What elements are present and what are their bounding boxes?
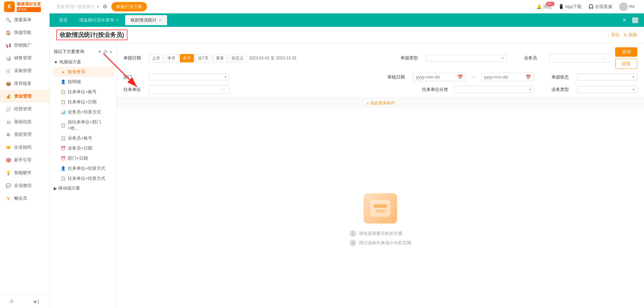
- quicknav-icon: 🏠: [5, 30, 11, 36]
- filter-row-counterpart: 往来单位 ··· 往来单位分类 ▾: [123, 85, 637, 94]
- gear-icon[interactable]: ⚙: [103, 4, 107, 9]
- date-btn-custom[interactable]: 自定义: [228, 54, 247, 62]
- scheme-item-unit-settle1[interactable]: 👤 往来单位+结算方式: [52, 163, 114, 173]
- mobile-group-arrow: ▶: [54, 186, 57, 191]
- tab-maximize-btn[interactable]: ⬜: [631, 16, 640, 25]
- sales-icon: 📊: [5, 55, 11, 61]
- tab-collection-close[interactable]: ✕: [159, 18, 162, 22]
- settings-icon-area[interactable]: ⚙: [103, 3, 107, 10]
- scheme-item-unit-dept[interactable]: 📋 按往来单位+部门+收...: [52, 117, 114, 133]
- scheme-item-salesperson-date[interactable]: ⏰ 业务员+日期: [52, 143, 114, 153]
- sidebar-item-purchase[interactable]: 🛒 采购管理: [0, 64, 49, 77]
- tab-home-label: 首页: [59, 17, 68, 23]
- online-service-action[interactable]: 🎧 在线客服: [588, 4, 612, 10]
- unit-account-label: 往来单位+账号: [68, 89, 97, 95]
- purchase-icon: 🛒: [5, 68, 11, 74]
- review-date-label: 审核日期: [387, 74, 408, 80]
- sidebar-item-basic[interactable]: 🗂 基础信息: [0, 115, 49, 128]
- sidebar-item-enterprise[interactable]: 🤝 企业协同: [0, 141, 49, 154]
- query-button[interactable]: 查询: [615, 47, 637, 57]
- document-type-select[interactable]: ▾: [426, 55, 506, 62]
- review-date-start-input[interactable]: 📅: [413, 73, 466, 81]
- tab-window-close-btn[interactable]: ✕: [621, 16, 628, 25]
- scheme-item-salesperson-settlement[interactable]: 📊 业务员+结算方式: [52, 107, 114, 117]
- unit-date-icon: 📋: [60, 99, 66, 105]
- scheme-item-unit-settle2[interactable]: 📋 往来单位+结算方式: [52, 173, 114, 184]
- top-bar: 6 畅捷通好生意 标准版 资金管理 / 收款统计 ▾ ⚙ 体验行业方案 🔔 消息…: [0, 0, 644, 13]
- review-date-end-input[interactable]: 📅: [481, 73, 534, 81]
- calendar-end-icon[interactable]: 📅: [526, 74, 531, 80]
- desktop-group-header[interactable]: ▼ 电脑端方案: [52, 57, 114, 67]
- app-download-action[interactable]: 📱 App下载: [558, 4, 582, 10]
- scheme-item-unit-account[interactable]: 📋 往来单位+账号: [52, 87, 114, 97]
- salesperson-select[interactable]: ···: [549, 54, 610, 62]
- review-end-field[interactable]: [484, 74, 524, 80]
- logo-text-area: 畅捷通好生意 标准版: [17, 1, 41, 12]
- sidebar-label-inventory: 库存核算: [14, 81, 32, 87]
- business-type-select[interactable]: ▾: [577, 86, 637, 93]
- sidebar-item-search[interactable]: 🔍 搜索菜单: [0, 13, 49, 26]
- sidebar-label-marketing: 营销推广: [14, 42, 32, 48]
- messages-action[interactable]: 🔔 消息 99+: [536, 4, 552, 10]
- sidebar-item-business[interactable]: 📈 经营管理: [0, 103, 49, 115]
- page-header-actions: ↑ 导出 ↻ 刷新: [607, 32, 638, 38]
- sidebar-item-sales[interactable]: 📊 销售管理: [0, 52, 49, 64]
- tab-collection-label: 收款情况统计: [130, 17, 157, 23]
- trial-button[interactable]: 体验行业方案: [111, 2, 147, 11]
- sidebar-item-finance[interactable]: 💰 资金管理: [0, 90, 49, 103]
- export-button[interactable]: ↑ 导出: [607, 32, 620, 38]
- add-scheme-icon[interactable]: +: [98, 49, 101, 55]
- tab-bank-close[interactable]: ✕: [116, 18, 119, 22]
- counterpart-category-select[interactable]: ▾: [453, 86, 534, 93]
- user-profile[interactable]: Rit: [619, 2, 635, 11]
- tab-collection[interactable]: 收款情况统计 ✕: [125, 15, 167, 25]
- counterpart-more-icon[interactable]: ···: [221, 87, 225, 92]
- settings-button[interactable]: 设置: [615, 59, 637, 69]
- tab-home[interactable]: 首页: [54, 15, 73, 25]
- counterpart-select[interactable]: ···: [149, 85, 229, 94]
- headset-icon: 🎧: [588, 4, 594, 9]
- counterpart-label: 往来单位: [123, 87, 144, 93]
- sidebar-item-marketing[interactable]: 📢 营销推广: [0, 39, 49, 52]
- sidebar-item-hardware[interactable]: 💡 智能硬件: [0, 166, 49, 179]
- bottom-settings-icon[interactable]: ⚙: [7, 298, 16, 305]
- refresh-label: 刷新: [629, 32, 637, 38]
- dept-select[interactable]: ▾: [149, 73, 229, 81]
- enterprise-icon: 🤝: [5, 144, 11, 150]
- salesperson-more-icon[interactable]: ···: [602, 56, 605, 61]
- basic-icon: 🗂: [5, 119, 11, 125]
- date-btn-7days[interactable]: 近7天: [195, 54, 212, 62]
- date-btn-last-month[interactable]: 上月: [149, 54, 163, 62]
- settings-scheme-icon[interactable]: ⚙: [103, 49, 108, 54]
- collapse-bar[interactable]: ∧ 收起更多条件: [117, 98, 644, 108]
- sidebar-item-inventory[interactable]: 📦 库存核算: [0, 77, 49, 90]
- tab-bar-actions: ✕ ⬜: [621, 16, 640, 25]
- scheme-item-salesperson[interactable]: ● 按业务员: [52, 67, 114, 77]
- scheme-item-dept-date[interactable]: ⏰ 部门+日期: [52, 153, 114, 163]
- bottom-collapse-icon[interactable]: ◀ ‖: [30, 298, 43, 305]
- tab-bank[interactable]: 现金银行流水查询 ✕: [74, 15, 124, 25]
- mobile-group-header[interactable]: ▶ 移动端方案: [52, 184, 114, 193]
- date-btn-more[interactable]: 更多: [213, 54, 227, 62]
- sidebar-item-system[interactable]: ⚙ 系统管理: [0, 128, 49, 141]
- calendar-start-icon[interactable]: 📅: [458, 74, 463, 80]
- sidebar-item-member[interactable]: V 畅会员: [0, 192, 49, 205]
- scheme-item-unit-date[interactable]: 📋 往来单位+日期: [52, 97, 114, 107]
- sidebar-item-quick-nav[interactable]: 🏠 快捷导航: [0, 26, 49, 39]
- review-start-field[interactable]: [416, 74, 456, 80]
- collapse-panel-icon[interactable]: «: [110, 49, 112, 54]
- doc-status-select[interactable]: ▾: [577, 73, 637, 81]
- breadcrumb-arrow: ▾: [97, 4, 99, 9]
- refresh-button[interactable]: ↻ 刷新: [624, 32, 637, 38]
- mobile-group-label: 移动端方案: [58, 185, 80, 191]
- unit-date-label: 往来单位+日期: [68, 99, 97, 105]
- sidebar-item-guide[interactable]: 🎯 新手引导: [0, 154, 49, 166]
- date-btn-this-year[interactable]: 本年: [180, 54, 194, 62]
- sidebar-item-wechat[interactable]: 💬 企业微信: [0, 179, 49, 192]
- scheme-item-salesperson-account[interactable]: 📋 业务员+账号: [52, 133, 114, 143]
- date-btn-this-month[interactable]: 本月: [164, 54, 178, 62]
- trial-btn-area[interactable]: 体验行业方案: [111, 2, 147, 11]
- unit-settle1-icon: 👤: [60, 166, 66, 171]
- scheme-item-detail[interactable]: 👤 按明细: [52, 77, 114, 87]
- export-label: 导出: [611, 32, 620, 38]
